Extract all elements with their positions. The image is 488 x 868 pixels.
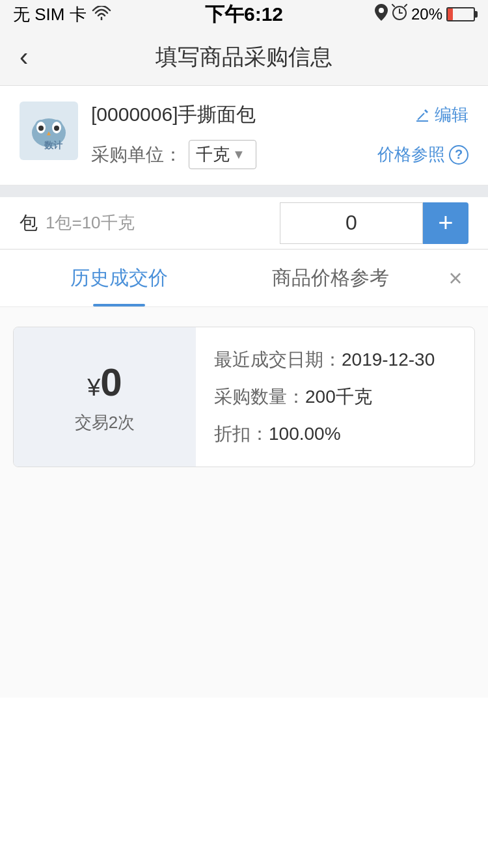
last-trade-date-value: 2019-12-30 [342,349,435,370]
svg-point-11 [38,126,44,131]
price-card-section: ¥0 交易2次 最近成交日期：2019-12-30 采购数量：200千克 折扣：… [0,307,488,487]
quantity-plus-button[interactable]: + [423,202,468,244]
tab-historical-price[interactable]: 历史成交价 [13,250,224,306]
battery-icon [446,7,475,21]
price-amount: ¥0 [87,360,122,405]
svg-point-12 [54,126,59,131]
product-title: [0000006]手撕面包 [91,102,256,128]
trade-count: 交易2次 [75,411,135,434]
back-button[interactable]: ‹ [13,36,34,78]
nav-bar: ‹ 填写商品采购信息 [0,29,488,86]
product-info: [0000006]手撕面包 编辑 采购单位： 千克 ▼ [91,102,468,169]
price-ref-label: 价格参照 [377,143,445,166]
battery-percent: 20% [411,5,442,23]
divider-bar [0,185,488,197]
unit-badge: 包 [20,211,38,236]
quantity-unit-info: 包 1包=10千克 [20,211,135,236]
tab-close-button[interactable]: × [436,259,475,298]
purchase-qty-row: 采购数量：200千克 [214,384,456,409]
discount-row: 折扣：100.00% [214,421,456,446]
unit-value: 千克 [196,143,230,166]
svg-rect-15 [417,113,424,120]
discount-value: 100.00% [269,424,341,444]
page-title: 填写商品采购信息 [156,42,332,72]
status-right: 20% [375,4,475,25]
status-time: 下午6:12 [205,1,283,28]
status-left: 无 SIM 卡 [13,3,111,26]
quantity-row: 包 1包=10千克 + [0,197,488,249]
alarm-icon [392,4,407,25]
purchase-unit-label: 采购单位： [91,142,182,167]
tab-section: 历史成交价 商品价格参考 × [0,249,488,307]
location-icon [375,4,388,25]
product-thumbnail: 数计 [20,102,78,160]
purchase-qty-value: 200千克 [305,387,372,407]
quantity-control: + [280,202,468,244]
unit-select[interactable]: 千克 ▼ [189,140,256,169]
product-section: 数计 [0000006]手撕面包 编辑 采购单位： [0,86,488,185]
last-trade-date-label: 最近成交日期： [214,349,342,370]
purchase-qty-label: 采购数量： [214,387,305,407]
svg-line-5 [405,5,407,7]
price-summary: ¥0 交易2次 [14,327,196,467]
dropdown-arrow-icon: ▼ [232,147,245,162]
main-content: ¥0 交易2次 最近成交日期：2019-12-30 采购数量：200千克 折扣：… [0,307,488,698]
discount-label: 折扣： [214,424,269,444]
svg-text:数计: 数计 [44,140,63,150]
tab-active-indicator [93,304,145,306]
tab-product-price-reference[interactable]: 商品价格参考 [224,250,436,306]
question-icon: ? [449,145,468,165]
currency-symbol: ¥ [87,374,100,401]
svg-line-4 [392,5,394,7]
status-bar: 无 SIM 卡 下午6:12 20 [0,0,488,29]
svg-point-0 [379,8,384,13]
last-trade-date-row: 最近成交日期：2019-12-30 [214,347,456,372]
price-detail: 最近成交日期：2019-12-30 采购数量：200千克 折扣：100.00% [196,327,474,467]
price-card: ¥0 交易2次 最近成交日期：2019-12-30 采购数量：200千克 折扣：… [13,327,475,467]
edit-button[interactable]: 编辑 [415,103,468,126]
price-reference-button[interactable]: 价格参照 ? [377,143,468,166]
wifi-icon [92,5,111,25]
unit-conversion: 1包=10千克 [46,211,135,234]
tab-bar: 历史成交价 商品价格参考 × [0,250,488,307]
sim-label: 无 SIM 卡 [13,3,87,26]
quantity-input[interactable] [280,202,423,244]
